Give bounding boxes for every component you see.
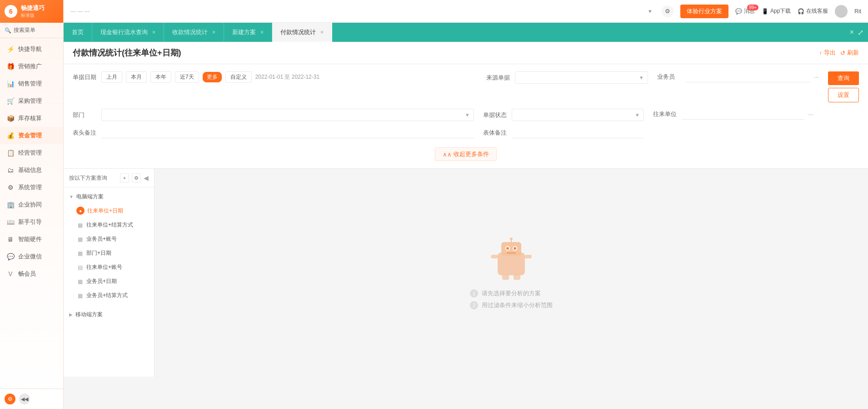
scheme-item-counterpart-settle[interactable]: ▦ 往来单位+结算方式: [64, 218, 154, 232]
sidebar-item-marketing[interactable]: 🎁 营销推广: [0, 58, 63, 75]
settings-scheme-button[interactable]: ⚙: [132, 173, 141, 182]
sidebar-item-quick-nav[interactable]: ⚡ 快捷导航: [0, 40, 63, 58]
add-scheme-button[interactable]: +: [120, 173, 129, 182]
header-dropdown-button[interactable]: ▾: [646, 7, 655, 16]
sidebar-item-purchase[interactable]: 🛒 采购管理: [0, 92, 63, 110]
sidebar-item-inventory[interactable]: 📦 库存核算: [0, 110, 63, 127]
tab-bank-flow[interactable]: 现金银行流水查询 ×: [92, 23, 164, 42]
tab-home-label: 首页: [72, 28, 84, 36]
tab-bank-flow-label: 现金银行流水查询: [100, 28, 148, 36]
app-title: 畅捷通巧: [21, 4, 45, 12]
tab-collection-stats[interactable]: 收款情况统计 ×: [164, 23, 224, 42]
collapse-label: 收起更多条件: [454, 150, 489, 158]
tab-maximize-button[interactable]: ⤢: [858, 28, 863, 37]
salesman-more-button[interactable]: ···: [813, 73, 819, 81]
scheme-table-icon-2: ▦: [76, 236, 84, 243]
message-button[interactable]: 💬 消息 99+: [735, 7, 755, 15]
counterpart-more-button[interactable]: ···: [808, 111, 813, 118]
sidebar-nav: ⚡ 快捷导航 🎁 营销推广 📊 销售管理 🛒 采购管理 📦 库存核算 💰 资金管…: [0, 38, 63, 389]
sidebar-item-vip[interactable]: V 畅会员: [0, 265, 63, 283]
date-last-month[interactable]: 上月: [101, 71, 122, 83]
sidebar-item-enterprise[interactable]: 🏢 企业协同: [0, 196, 63, 213]
date-this-month[interactable]: 本月: [126, 71, 147, 83]
head-note-input[interactable]: [101, 127, 474, 138]
user-avatar[interactable]: [835, 5, 848, 18]
empty-tip-1: 1 请先选择要分析的方案: [470, 289, 553, 298]
source-select[interactable]: ▾: [515, 71, 648, 84]
date-options: 上月 本月 本年 近7天 更多 自定义: [101, 71, 252, 83]
dept-select[interactable]: ▾: [101, 109, 474, 121]
sidebar-header: 6 畅捷通巧 标准版: [0, 0, 63, 23]
sidebar-item-basic-info[interactable]: 🗂 基础信息: [0, 162, 63, 179]
svg-rect-7: [502, 274, 509, 280]
export-button[interactable]: ↑ 导出: [819, 49, 836, 57]
app-download-button[interactable]: 📱 App下载: [762, 7, 791, 15]
date-custom[interactable]: 自定义: [225, 71, 252, 83]
scheme-item-counterpart-account[interactable]: ▤ 往来单位+账号: [64, 260, 154, 274]
capital-label: 资金管理: [18, 131, 42, 140]
dept-dropdown-icon: ▾: [466, 111, 469, 118]
svg-point-5: [514, 247, 516, 250]
scheme-item-salesman-settle[interactable]: ▦ 业务员+结算方式: [64, 288, 154, 303]
sidebar-collapse-button[interactable]: ◀◀: [19, 394, 30, 404]
svg-rect-10: [524, 255, 532, 258]
service-label: 在线客服: [806, 7, 828, 15]
scheme-item-salesman-account[interactable]: ▦ 业务员+账号: [64, 232, 154, 246]
message-icon: 💬: [735, 8, 742, 15]
sidebar-item-operation[interactable]: 📋 经营管理: [0, 144, 63, 162]
basic-info-icon: 🗂: [6, 166, 15, 174]
settings-button[interactable]: 设置: [828, 88, 859, 102]
tab-home[interactable]: 首页: [64, 23, 92, 42]
header-gear-button[interactable]: ⚙: [662, 5, 673, 17]
tab-new-scheme[interactable]: 新建方案 ×: [224, 23, 272, 42]
online-service-button[interactable]: 🎧 在线客服: [798, 7, 828, 15]
date-last-7-days[interactable]: 近7天: [175, 71, 199, 83]
collapse-panel-button[interactable]: ◀: [144, 174, 149, 182]
sidebar-item-system[interactable]: ⚙ 系统管理: [0, 179, 63, 196]
result-area: 1 请先选择要分析的方案 2 用过滤条件来缩小分析范围: [155, 169, 868, 377]
tab-new-scheme-close[interactable]: ×: [260, 29, 264, 35]
scheme-salesman-account-label: 业务员+账号: [86, 235, 117, 243]
tab-payment-stats-close[interactable]: ×: [320, 29, 324, 35]
counterpart-input[interactable]: [682, 109, 805, 120]
scheme-item-dept-date[interactable]: ▦ 部门+日期: [64, 246, 154, 260]
scheme-dept-date-label: 部门+日期: [86, 249, 111, 257]
system-label: 系统管理: [18, 183, 42, 192]
desktop-section-header[interactable]: ▼ 电脑端方案: [64, 190, 154, 203]
app-subtitle: 标准版: [21, 12, 45, 19]
order-status-select[interactable]: ▾: [512, 109, 644, 121]
filter-row-1: 单据日期 上月 本月 本年 近7天 更多 自定义 2022-01-01 至 20…: [73, 71, 859, 102]
trial-button[interactable]: 体验行业方案: [680, 5, 728, 18]
mobile-section-header[interactable]: ▶ 移动端方案: [64, 308, 154, 321]
empty-tip-2: 2 用过滤条件来缩小分析范围: [470, 301, 553, 309]
sidebar-item-sales[interactable]: 📊 销售管理: [0, 75, 63, 92]
purchase-icon: 🛒: [6, 97, 15, 105]
collapse-more-conditions-button[interactable]: ∧∧ 收起更多条件: [435, 147, 497, 161]
page-content: 付款情况统计(往来单位+日期) ↑ 导出 ↺ 刷新 单据日期 上月: [64, 42, 868, 409]
sidebar-item-guide[interactable]: 📖 新手引导: [0, 213, 63, 231]
desktop-section-label: 电脑端方案: [76, 193, 104, 201]
date-this-year[interactable]: 本年: [150, 71, 171, 83]
salesman-input[interactable]: [686, 71, 810, 82]
active-scheme-dot: ●: [76, 207, 85, 215]
quick-nav-label: 快捷导航: [18, 45, 42, 53]
tab-payment-stats[interactable]: 付款情况统计 ×: [272, 23, 332, 42]
settings-gear-icon[interactable]: ⚙: [5, 394, 15, 404]
sidebar-search[interactable]: 🔍 搜索菜单: [0, 23, 63, 38]
tab-close-all-button[interactable]: ×: [850, 28, 854, 36]
sidebar-item-capital[interactable]: 💰 资金管理: [0, 127, 63, 144]
tab-bank-flow-close[interactable]: ×: [152, 29, 155, 35]
scheme-item-salesman-date[interactable]: ▦ 业务员+日期: [64, 274, 154, 288]
query-button[interactable]: 查询: [828, 71, 859, 85]
scheme-item-counterpart-date[interactable]: ● 往来单位+日期: [64, 203, 154, 218]
tab-payment-stats-label: 付款情况统计: [280, 28, 316, 36]
tab-collection-stats-close[interactable]: ×: [212, 29, 215, 35]
app-download-label: App下载: [770, 7, 791, 15]
date-more[interactable]: 更多: [203, 72, 222, 82]
body-note-input[interactable]: [512, 127, 644, 138]
sidebar-item-weixin[interactable]: 💬 企业微信: [0, 248, 63, 265]
filter-dept-item: 部门 ▾: [73, 109, 474, 121]
sidebar-item-hardware[interactable]: 🖥 智能硬件: [0, 231, 63, 248]
refresh-button[interactable]: ↺ 刷新: [840, 49, 859, 57]
source-dropdown-icon: ▾: [640, 74, 643, 81]
